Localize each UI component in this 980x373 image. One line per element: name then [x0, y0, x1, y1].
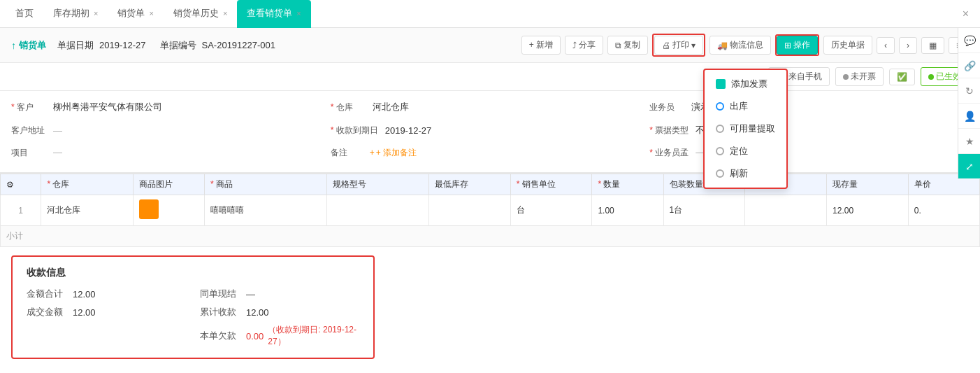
ship-icon: [716, 102, 724, 111]
subtotal-label: 小计: [1, 226, 980, 247]
tab-home[interactable]: 首页: [6, 0, 43, 28]
col-image: 商品图片: [133, 174, 204, 195]
tab-inventory[interactable]: 库存期初 ×: [43, 0, 108, 28]
paydate-value[interactable]: 2019-12-27: [382, 124, 650, 138]
copy-icon: ⧉: [615, 41, 621, 50]
tab-sales-history-close[interactable]: ×: [223, 9, 227, 17]
product-image: [139, 199, 159, 219]
table-header-row: ⚙ 仓库 商品图片 商品 规格型号 最低库存 销售单位 数量 包装数量 可用量 …: [1, 174, 980, 195]
confirm-icon: ✅: [897, 72, 907, 82]
customer-label: 客户: [11, 101, 50, 113]
number-value: SA-20191227-001: [202, 40, 276, 50]
subtotal-row: 小计: [1, 226, 980, 247]
toolbar: + 新增 ⤴ 分享 ⧉ 复制 🖨 打印 ▾ 🚚: [521, 34, 969, 57]
share-button[interactable]: ⤴ 分享: [565, 36, 603, 55]
print-button[interactable]: 🖨 打印 ▾: [654, 36, 703, 55]
same-order-settle-row: 同单现结 —: [200, 288, 359, 300]
refresh-icon: [716, 169, 724, 178]
table-row: 1 河北仓库 嘻嘻嘻嘻 台 1.00 1台 12.00 0.: [1, 195, 980, 226]
current-owed-label: 本单欠款: [200, 330, 242, 342]
comment-icon-btn[interactable]: 💬: [958, 28, 980, 53]
row-unit-price: 0.: [908, 195, 979, 226]
staffname-label: 业务员孟: [649, 147, 693, 159]
logistics-button[interactable]: 🚚 物流信息: [709, 36, 771, 55]
row-warehouse: 河北仓库: [41, 195, 133, 226]
project-value[interactable]: —: [50, 146, 331, 160]
project-field: 项目 —: [11, 146, 331, 160]
same-order-settle-label: 同单现结: [200, 288, 242, 300]
tab-sales-close[interactable]: ×: [149, 9, 153, 17]
effect-dot: [928, 74, 934, 80]
doc-meta: 单据日期 2019-12-27 单据编号 SA-20191227-001: [57, 39, 275, 52]
warehouse-value[interactable]: 河北仓库: [370, 99, 650, 115]
products-table: ⚙ 仓库 商品图片 商品 规格型号 最低库存 销售单位 数量 包装数量 可用量 …: [0, 174, 980, 247]
paydate-label: 收款到期日: [331, 125, 382, 136]
address-field: 客户地址 —: [11, 124, 331, 138]
history-button[interactable]: 历史单据: [823, 36, 872, 55]
star-icon-btn[interactable]: ★: [958, 129, 980, 154]
operation-button[interactable]: ⊞ 操作: [777, 36, 818, 55]
add-invoice-item[interactable]: 添加发票: [705, 73, 786, 95]
row-stock: 12.00: [827, 195, 909, 226]
user-icon-btn[interactable]: 👤: [958, 104, 980, 129]
row-image: [133, 195, 204, 226]
date-value: 2019-12-27: [99, 40, 146, 50]
tab-view-sales-close[interactable]: ×: [296, 9, 301, 17]
tickettype-field: 票据类型 不开票: [649, 122, 969, 139]
current-owed-detail-row: 本单欠款 0.00 （收款到期日: 2019-12-27）: [200, 324, 359, 348]
deal-amount-value: 12.00: [73, 307, 96, 318]
expand-icon-btn[interactable]: ⤢: [958, 154, 980, 179]
doc-type-label: 销货单: [19, 39, 46, 52]
col-settings[interactable]: ⚙: [1, 174, 41, 195]
tab-sales-history[interactable]: 销货单历史 ×: [164, 0, 237, 28]
not-opened-button[interactable]: 未开票: [835, 67, 884, 86]
number-label: 单据编号: [160, 39, 196, 52]
rotate-icon-btn[interactable]: ↻: [958, 78, 980, 104]
close-all-tabs[interactable]: ×: [957, 8, 974, 20]
total-amount-row: 金额合计 12.00: [27, 288, 186, 300]
print-icon: 🖨: [662, 41, 670, 50]
refresh-label: 刷新: [730, 167, 748, 180]
warehouse-field: 仓库 河北仓库: [331, 99, 650, 115]
ship-item[interactable]: 出库: [705, 95, 786, 118]
form-section: 客户 柳州粤港平安气体有限公司 仓库 河北仓库 业务员 演示账号 客户地址 —: [0, 91, 980, 173]
available-extract-icon: [716, 125, 724, 133]
available-extract-label: 可用量提取: [730, 122, 775, 135]
sales-order-icon: ↑: [11, 40, 16, 51]
warehouse-label: 仓库: [331, 101, 370, 113]
staffname-field: 业务员孟 —: [649, 146, 969, 160]
customer-value[interactable]: 柳州粤港平安气体有限公司: [50, 99, 331, 115]
grid-view-button[interactable]: ▦: [921, 37, 944, 54]
add-invoice-label: 添加发票: [731, 78, 768, 90]
print-dropdown-arrow: ▾: [691, 41, 696, 50]
locate-item[interactable]: 定位: [705, 140, 786, 162]
date-label: 单据日期: [57, 39, 94, 52]
paydate-field: 收款到期日 2019-12-27: [331, 124, 650, 138]
not-opened-dot: [843, 74, 849, 80]
staff-label: 业务员: [649, 101, 689, 113]
tab-sales[interactable]: 销货单 ×: [108, 0, 163, 28]
current-owed-value: 0.00: [246, 331, 264, 342]
customer-field: 客户 柳州粤港平安气体有限公司: [11, 99, 331, 115]
action-row: 📱 来自手机 未开票 ✅ 已生效: [0, 63, 980, 91]
add-note-button[interactable]: + + 添加备注: [370, 147, 417, 159]
tab-inventory-close[interactable]: ×: [94, 9, 98, 17]
tab-view-sales[interactable]: 查看销货单 ×: [237, 0, 310, 28]
available-extract-item[interactable]: 可用量提取: [705, 118, 786, 140]
confirm-button[interactable]: ✅: [889, 69, 915, 85]
link-icon-btn[interactable]: 🔗: [958, 53, 980, 78]
remark-label: 备注: [331, 147, 370, 159]
locate-label: 定位: [730, 145, 748, 157]
copy-button[interactable]: ⧉ 复制: [607, 36, 648, 55]
col-warehouse: 仓库: [41, 174, 133, 195]
address-label: 客户地址: [11, 125, 50, 136]
new-button[interactable]: + 新增: [521, 36, 561, 55]
row-available: [745, 195, 827, 226]
address-value[interactable]: —: [50, 124, 331, 138]
next-button[interactable]: ›: [899, 37, 917, 54]
logistics-icon: 🚚: [717, 41, 728, 50]
prev-button[interactable]: ‹: [877, 37, 895, 54]
deal-amount-label: 成交金额: [27, 306, 69, 318]
refresh-item[interactable]: 刷新: [705, 162, 786, 185]
table-wrapper: ⚙ 仓库 商品图片 商品 规格型号 最低库存 销售单位 数量 包装数量 可用量 …: [0, 173, 980, 247]
